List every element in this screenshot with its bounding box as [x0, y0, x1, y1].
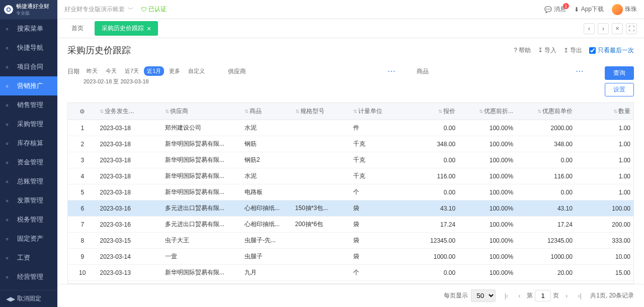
- sidebar-item-stock[interactable]: ▫库存核算: [0, 134, 57, 153]
- table-row[interactable]: 42023-03-18新华明国际贸易有限...水泥千克116.00100.00%…: [68, 168, 633, 184]
- page-first-button[interactable]: |‹: [501, 290, 512, 301]
- date-opt-5[interactable]: 自定义: [185, 66, 208, 76]
- cell-qty: 1.00: [576, 120, 633, 136]
- settings-button[interactable]: 设置: [605, 83, 634, 96]
- cell-date: 2023-03-14: [97, 249, 162, 265]
- cell-qty: 1.00: [576, 168, 633, 184]
- import-link[interactable]: ↧导入: [538, 46, 556, 55]
- cell-price: 12345.00: [400, 233, 458, 249]
- column-header-5[interactable]: ⇅计量单位: [350, 103, 401, 120]
- sidebar-item-ledger[interactable]: ▫总账管理: [0, 172, 57, 191]
- tax-icon: ▫: [6, 216, 13, 224]
- user-menu[interactable]: 珠珠: [612, 4, 637, 15]
- sidebar-item-biz[interactable]: ▫经营管理: [0, 267, 57, 286]
- column-header-8[interactable]: ⇅优惠前单价: [516, 103, 576, 120]
- page-input[interactable]: [535, 290, 551, 301]
- sidebar-item-cart[interactable]: ▫营销推广: [0, 76, 57, 95]
- sidebar-item-money[interactable]: ▫资金管理: [0, 153, 57, 172]
- gear-icon[interactable]: ⚙: [79, 108, 85, 115]
- sidebar-item-invoice[interactable]: ▫发票管理: [0, 191, 57, 210]
- sort-icon: ⇅: [353, 109, 357, 114]
- pagination: 每页显示 50 |‹ ‹ 第 页 › ›| 共1页, 20条记录: [57, 284, 644, 307]
- avatar: [612, 4, 623, 15]
- column-header-7[interactable]: ⇅优惠前折...: [458, 103, 516, 120]
- page-size-select[interactable]: 50: [471, 289, 496, 302]
- column-header-2[interactable]: ⇅供应商: [162, 103, 242, 120]
- sidebar-item-tax[interactable]: ▫税务管理: [0, 210, 57, 229]
- row-index: 3: [68, 152, 97, 168]
- cell-discount: 100.00%: [458, 265, 516, 281]
- column-header-4[interactable]: ⇅规格型号: [292, 103, 350, 120]
- table-row[interactable]: 72023-03-16多元进出口贸易有限...心相印抽纸...200抽*6包袋1…: [68, 217, 633, 233]
- app-download-button[interactable]: ⬇ App下载: [574, 5, 604, 14]
- date-opt-2[interactable]: 近7天: [122, 66, 142, 76]
- cell-supplier: 多元进出口贸易有限...: [162, 200, 242, 217]
- column-header-0[interactable]: ⚙: [68, 103, 97, 120]
- sidebar-item-reimb[interactable]: ▫小畅报销: [0, 286, 57, 290]
- query-button[interactable]: 查询: [605, 66, 634, 80]
- table-row[interactable]: 52023-03-18新华明国际贸易有限...电路板个0.00100.00%0.…: [68, 184, 633, 200]
- cell-supplier: 多元进出口贸易有限...: [162, 217, 242, 233]
- table-row[interactable]: 92023-03-14一壹虫腿子袋1000.00100.00%1000.0010…: [68, 249, 633, 265]
- fullscreen-button[interactable]: ⛶: [626, 23, 637, 34]
- date-range: 2023-02-18 至 2023-03-18: [84, 78, 208, 85]
- column-header-3[interactable]: ⇅商品: [242, 103, 292, 120]
- product-more-icon[interactable]: ⋯: [576, 66, 585, 76]
- page-next-button[interactable]: ›: [561, 290, 572, 301]
- table-row[interactable]: 82023-03-15虫子大王虫腿子-先...袋12345.00100.00%1…: [68, 233, 633, 249]
- product-input[interactable]: [433, 66, 572, 78]
- sidebar-item-file[interactable]: ▫项目合同: [0, 57, 57, 76]
- table-row[interactable]: 32023-03-18新华明国际贸易有限...钢筋2千克0.00100.00%0…: [68, 152, 633, 168]
- sidebar-item-box[interactable]: ▫采购管理: [0, 115, 57, 134]
- messages-badge: 1: [563, 3, 569, 9]
- messages-button[interactable]: 💬 消息 1: [544, 5, 566, 14]
- tab-close-all-button[interactable]: ×: [612, 23, 623, 34]
- page-last-button[interactable]: ›|: [574, 290, 585, 301]
- sidebar-item-tag[interactable]: ▫销售管理: [0, 95, 57, 115]
- download-label: App下载: [581, 5, 604, 14]
- table-row[interactable]: 62023-03-16多元进出口贸易有限...心相印抽纸...150抽*3包..…: [68, 200, 633, 217]
- pagination-summary: 共1页, 20条记录: [590, 291, 634, 300]
- org-name: 好业财专业版演示账套: [64, 5, 125, 14]
- cell-supplier: 郑州建设公司: [162, 120, 242, 136]
- sidebar-item-salary[interactable]: ▫工资: [0, 248, 57, 267]
- table-row[interactable]: 102023-03-13新华明国际贸易有限...九月个0.00100.00%20…: [68, 265, 633, 281]
- cell-unit-price: 0.00: [516, 152, 576, 168]
- date-opt-3[interactable]: 近1月: [144, 66, 164, 76]
- cell-supplier: 新华明国际贸易有限...: [162, 136, 242, 152]
- verified-badge: 🛡 已认证: [141, 5, 167, 14]
- tab-next-button[interactable]: ›: [598, 23, 609, 34]
- page-prev-button[interactable]: ‹: [514, 290, 525, 301]
- cell-spec: [292, 152, 350, 168]
- supplier-more-icon[interactable]: ⋯: [387, 66, 396, 76]
- date-label: 日期: [67, 66, 79, 76]
- tab-close-icon[interactable]: ×: [147, 25, 151, 33]
- date-opt-4[interactable]: 更多: [166, 66, 183, 76]
- help-link[interactable]: ?帮助: [514, 46, 531, 55]
- row-index: 5: [68, 184, 97, 200]
- cell-discount: 100.00%: [458, 233, 516, 249]
- biz-icon: ▫: [6, 273, 13, 281]
- table-row[interactable]: 22023-03-18新华明国际贸易有限...钢筋千克348.00100.00%…: [68, 136, 633, 152]
- sidebar-item-asset[interactable]: ▫固定资产: [0, 229, 57, 248]
- table-row[interactable]: 12023-03-18郑州建设公司水泥件0.00100.00%2000.001.…: [68, 120, 633, 136]
- tab-home[interactable]: 首页: [64, 21, 91, 36]
- supplier-input[interactable]: [250, 66, 383, 78]
- tab-prev-button[interactable]: ‹: [584, 23, 595, 34]
- column-header-9[interactable]: ⇅数量: [576, 103, 633, 120]
- cell-unit-price: 12345.00: [516, 233, 576, 249]
- pin-toggle[interactable]: ◀▶ 取消固定: [0, 290, 57, 307]
- cell-date: 2023-03-16: [97, 200, 162, 217]
- column-header-6[interactable]: ⇅报价: [400, 103, 458, 120]
- sort-icon: ⇅: [245, 109, 249, 114]
- only-last-checkbox[interactable]: 只看最后一次: [589, 46, 634, 55]
- tab-purchase-history[interactable]: 采购历史价跟踪 ×: [95, 21, 158, 36]
- org-selector[interactable]: 好业财专业版演示账套 ﹀: [64, 5, 134, 14]
- date-opt-1[interactable]: 今天: [103, 66, 120, 76]
- export-link[interactable]: ↥导出: [564, 46, 582, 55]
- date-opt-0[interactable]: 昨天: [84, 66, 101, 76]
- sidebar-item-home[interactable]: ▫快捷导航: [0, 38, 57, 57]
- sidebar-item-search[interactable]: ▫搜索菜单: [0, 19, 57, 38]
- cell-product: 九月: [242, 265, 292, 281]
- column-header-1[interactable]: ⇅业务发生...: [97, 103, 162, 120]
